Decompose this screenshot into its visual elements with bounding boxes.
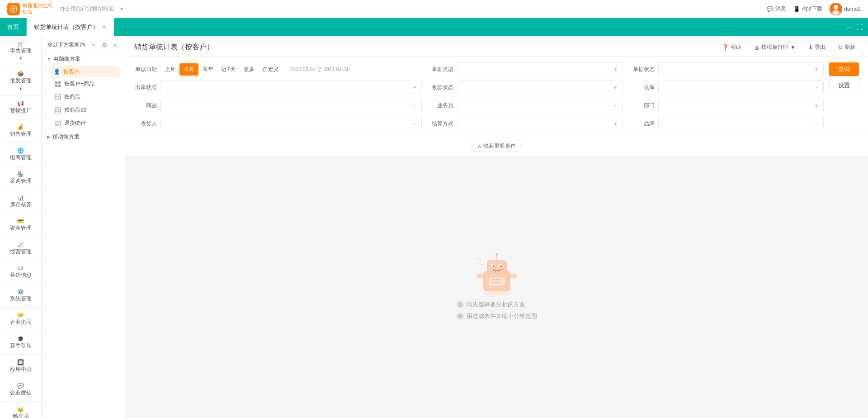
svg-rect-5 xyxy=(58,81,61,84)
sidebar-item-wholesale[interactable]: 📦 批发管理 ▴ xyxy=(0,66,41,96)
dept-label: 部门 xyxy=(632,102,655,109)
receiver-select[interactable]: ··· xyxy=(160,117,422,130)
order-type-select[interactable]: ▼ xyxy=(457,62,623,76)
message-button[interactable]: 💬 消息 xyxy=(767,5,786,13)
ship-status-select[interactable]: ▼ xyxy=(160,81,422,94)
system-icon: ⚙️ xyxy=(2,289,39,295)
sidebar-item-system[interactable]: ⚙️ 系统管理 xyxy=(0,284,41,308)
order-status-label: 单据状态 xyxy=(632,66,655,73)
tab-minimize-icon[interactable]: — xyxy=(846,24,853,31)
export-button[interactable]: ⬇ 导出 xyxy=(805,42,829,53)
app-download-button[interactable]: 📱 App下载 xyxy=(793,5,822,13)
finance-icon: 💳 xyxy=(2,218,39,224)
filter-rows: 单据日期 上月 本月 本年 近7天 更多 自定义 2023-03-01 至 20… xyxy=(134,62,824,130)
payment-status-select[interactable]: ▼ xyxy=(457,81,623,94)
sidebar-item-base[interactable]: 🗂 基础信息 xyxy=(0,261,41,284)
download-icon: 📱 xyxy=(793,6,800,12)
settings-button[interactable]: 设置 xyxy=(829,79,859,92)
goods-filter-item: 商品 ··· xyxy=(134,99,422,112)
goods-scheme-icon xyxy=(54,94,61,101)
sidebar-item-marketing[interactable]: 📢 营销推广 xyxy=(0,96,41,119)
tab-bar: 首页 销货单统计表（按客户） ✕ — ⛶ xyxy=(0,18,868,36)
settings-scheme-button[interactable]: ⚙ xyxy=(100,41,108,49)
svg-rect-27 xyxy=(509,274,517,278)
query-button[interactable]: 查询 xyxy=(829,62,859,76)
payment-status-filter-item: 收款状态 ▼ xyxy=(431,81,623,94)
sidebar-item-wechat[interactable]: 💬 企业微信 xyxy=(0,378,41,402)
sidebar-item-purchase[interactable]: 🏪 采购管理 xyxy=(0,166,41,190)
tab-maximize-icon[interactable]: ⛶ xyxy=(856,24,863,31)
add-scheme-button[interactable]: ＋ xyxy=(90,41,98,49)
refresh-button[interactable]: ↻ 刷新 xyxy=(835,42,859,53)
brand-filter-item: 品牌 ··· xyxy=(632,117,824,130)
scheme-item-customer-goods[interactable]: 按客户+商品 xyxy=(45,77,125,90)
scheme-group-mobile-header[interactable]: ▶ 移动端方案 xyxy=(42,130,125,144)
scheme-item-return[interactable]: 退货统计 xyxy=(45,117,125,130)
svg-rect-14 xyxy=(55,122,61,125)
collapse-scheme-button[interactable]: « xyxy=(111,41,119,49)
sidebar-item-operations[interactable]: 📈 经营管理 xyxy=(0,237,41,261)
scheme-group-mobile: ▶ 移动端方案 xyxy=(42,130,125,144)
template-print-button[interactable]: 🖨 按模板打印 ▼ xyxy=(750,42,799,53)
date-tabs: 上月 本月 本年 近7天 更多 自定义 xyxy=(160,63,283,76)
collapse-bar: ∧ 收起更多条件 xyxy=(125,136,868,156)
sidebar-item-finance[interactable]: 💳 资金管理 xyxy=(0,214,41,237)
brand-ellipsis[interactable]: ··· xyxy=(814,120,819,127)
sidebar-item-enterprise[interactable]: 🤝 企业协同 xyxy=(0,308,41,331)
sidebar-item-ecommerce[interactable]: 🌐 电商管理 xyxy=(0,143,41,166)
warehouse-select[interactable]: ··· xyxy=(658,81,824,94)
date-tab-7days[interactable]: 近7天 xyxy=(217,63,240,76)
wechat-icon: 💬 xyxy=(2,383,39,389)
wholesale-icon: 📦 xyxy=(2,71,39,77)
scheme-item-customer[interactable]: 👤 按客户 xyxy=(49,66,121,77)
breadcrumb-dropdown-icon[interactable]: ▼ xyxy=(119,6,124,11)
retail-icon: 🛒 xyxy=(2,41,39,47)
logo-icon xyxy=(7,3,20,15)
brand-select[interactable]: ··· xyxy=(658,117,824,130)
scheme-item-goods[interactable]: 按商品 xyxy=(45,90,125,104)
salesperson-ellipsis[interactable]: ··· xyxy=(613,102,618,109)
sidebar-item-apps[interactable]: 🔲 应用中心 xyxy=(0,355,41,378)
goods-select[interactable]: ··· xyxy=(160,99,422,112)
receiver-ellipsis[interactable]: ··· xyxy=(412,120,417,127)
sidebar-item-vip[interactable]: 👑 畅会员 xyxy=(0,402,41,418)
order-status-select[interactable]: ▼ xyxy=(658,62,824,76)
warehouse-filter-item: 仓库 ··· xyxy=(632,81,824,94)
dept-caret: ▼ xyxy=(814,103,819,108)
apps-icon: 🔲 xyxy=(2,359,39,366)
message-icon: 💬 xyxy=(767,6,774,12)
sidebar: 🛒 零售管理 ▾ 📦 批发管理 ▴ 📢 营销推广 💰 销售管理 🌐 电商管理 🏪… xyxy=(0,36,42,418)
date-tab-thisyear[interactable]: 本年 xyxy=(198,63,217,76)
user-profile[interactable]: demo2 xyxy=(830,3,861,15)
help-icon: ❓ xyxy=(722,44,729,51)
settlement-select[interactable]: ▼ xyxy=(457,117,623,130)
collapse-conditions-button[interactable]: ∧ 收起更多条件 xyxy=(472,140,522,152)
scheme-group-desktop-header[interactable]: ▼ 电脑端方案 xyxy=(42,52,125,66)
mobile-group-expand-icon: ▶ xyxy=(47,134,51,139)
date-tab-lastmonth[interactable]: 上月 xyxy=(160,63,179,76)
salesperson-select[interactable]: ··· xyxy=(457,99,623,112)
sidebar-item-sales[interactable]: 💰 销售管理 xyxy=(0,119,41,143)
dept-select[interactable]: ▼ xyxy=(658,99,824,112)
username: demo2 xyxy=(844,6,861,12)
sidebar-item-retail[interactable]: 🛒 零售管理 ▾ xyxy=(0,36,41,66)
page-title: 销货单统计表（按客户） xyxy=(134,43,214,52)
sidebar-item-newbie[interactable]: 🎓 新手引导 xyxy=(0,331,41,355)
tab-close-icon[interactable]: ✕ xyxy=(102,24,106,30)
date-tab-more[interactable]: 更多 xyxy=(240,63,259,76)
help-button[interactable]: ❓ 帮助 xyxy=(718,42,745,53)
tab-sales-stats[interactable]: 销货单统计表（按客户） ✕ xyxy=(27,18,114,36)
warehouse-ellipsis[interactable]: ··· xyxy=(814,84,819,90)
warehouse-label: 仓库 xyxy=(632,84,655,91)
date-tab-thismonth[interactable]: 本月 xyxy=(179,63,198,76)
goods-label: 商品 xyxy=(134,102,157,109)
scheme-item-goods99[interactable]: 按商品99 xyxy=(45,104,125,117)
date-filter-label: 单据日期 xyxy=(134,66,157,73)
empty-state: ① 请先选择要分析的方案 ② 用过滤条件来缩小分析范围 xyxy=(125,156,868,418)
goods-ellipsis[interactable]: ··· xyxy=(412,102,417,109)
sidebar-item-inventory[interactable]: 📊 库存核算 xyxy=(0,190,41,214)
svg-rect-11 xyxy=(55,108,61,113)
tab-home[interactable]: 首页 xyxy=(0,18,27,36)
settlement-label: 结算方式 xyxy=(431,120,453,128)
date-tab-custom[interactable]: 自定义 xyxy=(259,63,283,76)
